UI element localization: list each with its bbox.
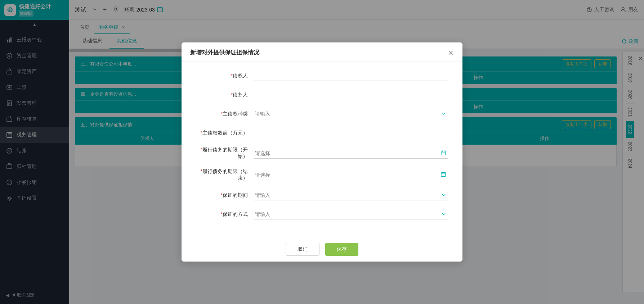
modal-overlay: 新增对外提供保证担保情况 ✕ *债权人 *债务人 xyxy=(0,0,644,304)
form-row-claim-type: *主债权种类 xyxy=(196,109,448,119)
label-guarantee-method: *保证的方式 xyxy=(196,211,254,218)
form-row-obligation-end: *履行债务的期限（结束） xyxy=(196,168,448,181)
save-button[interactable]: 保存 xyxy=(325,243,358,256)
label-creditor: *债权人 xyxy=(196,73,254,79)
creditor-input[interactable] xyxy=(254,71,448,81)
modal-body: *债权人 *债务人 *主债权种类 xyxy=(182,62,462,237)
label-claim-type: *主债权种类 xyxy=(196,111,254,117)
label-debtor: *债务人 xyxy=(196,92,254,98)
obligation-start-input[interactable] xyxy=(254,148,448,159)
label-obligation-end: *履行债务的期限（结束） xyxy=(196,168,254,181)
modal: 新增对外提供保证担保情况 ✕ *债权人 *债务人 xyxy=(182,42,462,262)
claim-type-wrap xyxy=(254,109,448,119)
modal-close-button[interactable]: ✕ xyxy=(448,49,454,56)
label-guarantee-period: *保证的期间 xyxy=(196,192,254,199)
form-row-obligation-start: *履行债务的期限（开始） xyxy=(196,147,448,160)
debtor-wrap xyxy=(254,90,448,100)
svg-rect-21 xyxy=(441,173,446,177)
label-claim-amount: *主债权数额（万元） xyxy=(196,130,254,136)
debtor-input[interactable] xyxy=(254,90,448,100)
guarantee-period-input[interactable] xyxy=(254,190,448,200)
svg-rect-20 xyxy=(441,151,446,155)
obligation-start-wrap xyxy=(254,148,448,159)
form-row-debtor: *债务人 xyxy=(196,90,448,100)
label-obligation-start: *履行债务的期限（开始） xyxy=(196,147,254,160)
form-row-guarantee-method: *保证的方式 xyxy=(196,209,448,219)
modal-header: 新增对外提供保证担保情况 ✕ xyxy=(182,42,462,62)
claim-amount-wrap xyxy=(254,128,448,138)
guarantee-period-wrap xyxy=(254,190,448,200)
cancel-button[interactable]: 取消 xyxy=(286,243,319,256)
obligation-end-wrap xyxy=(254,170,448,180)
guarantee-method-input[interactable] xyxy=(254,209,448,219)
modal-footer: 取消 保存 xyxy=(182,237,462,262)
claim-type-input[interactable] xyxy=(254,109,448,119)
claim-amount-input[interactable] xyxy=(254,128,448,138)
form-row-guarantee-period: *保证的期间 xyxy=(196,190,448,200)
obligation-start-calendar-icon[interactable] xyxy=(441,150,446,156)
obligation-end-calendar-icon[interactable] xyxy=(441,172,446,178)
guarantee-method-wrap xyxy=(254,209,448,219)
form-row-creditor: *债权人 xyxy=(196,71,448,81)
modal-title: 新增对外提供保证担保情况 xyxy=(190,49,259,56)
obligation-end-input[interactable] xyxy=(254,170,448,180)
form-row-claim-amount: *主债权数额（万元） xyxy=(196,128,448,138)
creditor-wrap xyxy=(254,71,448,81)
